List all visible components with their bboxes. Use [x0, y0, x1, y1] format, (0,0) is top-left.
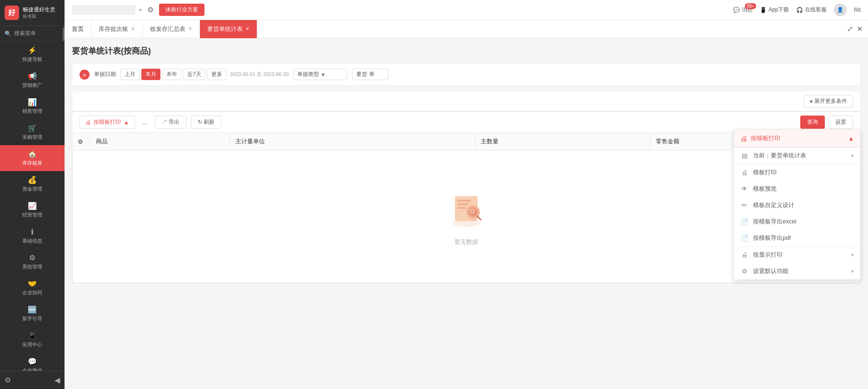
tab-collection-summary-close[interactable]: ✕	[188, 26, 192, 32]
sidebar-item-inventory[interactable]: 🏠 库存核算	[0, 145, 65, 171]
quick-nav-label: 快捷导航	[22, 56, 42, 63]
tabs-close-icon[interactable]: ✕	[857, 25, 863, 33]
dropdown-item-set-default[interactable]: ⚙ 设置默认功能 ▾	[734, 263, 860, 279]
export-btn[interactable]: ↗ 导出	[155, 116, 186, 129]
dropdown-printer-icon: 🖨	[740, 135, 747, 142]
date-btn-last-7[interactable]: 近7天	[183, 69, 205, 80]
dropdown-item-template-pdf[interactable]: 📄 按模板导出pdf	[734, 230, 860, 246]
tab-order-summary[interactable]: 要货单统计表 ✕	[200, 20, 257, 38]
date-range-display: 2023-06-01 至 2023-06-30	[230, 71, 289, 78]
dropdown-item-template-custom[interactable]: ✏ 模板自定义设计	[734, 197, 860, 213]
tab-inventory-batch[interactable]: 库存批次账 ✕	[91, 20, 143, 38]
svg-point-6	[469, 207, 478, 217]
sidebar-item-system[interactable]: ⚙ 系统管理	[0, 249, 65, 275]
dropdown-item-template-preview[interactable]: 👁 模板预览	[734, 181, 860, 197]
date-btn-last-month[interactable]: 上月	[120, 69, 140, 80]
order-type-select[interactable]: 单据类型 ▾	[293, 69, 348, 80]
finance-label: 资金管理	[22, 186, 42, 192]
topbar-gear-icon[interactable]: ⚙	[147, 5, 154, 14]
dropdown-item-display-print[interactable]: 🖨 按显示打印 ▾	[734, 247, 860, 263]
purchase-icon: 🛒	[28, 124, 37, 132]
sidebar-item-guide[interactable]: 🆕 新手引导	[0, 301, 65, 327]
date-btn-this-year[interactable]: 本年	[162, 69, 181, 80]
appstore-icon: 📱	[28, 331, 37, 340]
sidebar-item-wechat[interactable]: 💬 企业微信	[0, 353, 65, 371]
display-print-icon: 🖨	[740, 251, 748, 258]
template-print-label: 模板打印	[753, 168, 777, 177]
order-type-placeholder: 单据类型	[297, 71, 319, 78]
filter-expand-btn[interactable]: »	[80, 70, 90, 80]
print-template-btn[interactable]: 🖨 按模板打印 ▲	[80, 116, 135, 129]
topbar-breadcrumb: ▾ ⚙ 体验行业方案	[72, 4, 733, 16]
sales-label: 销售管理	[22, 108, 42, 115]
dropdown-item-template-excel[interactable]: 📄 按模板导出excel	[734, 213, 860, 230]
expand-more-btn[interactable]: ▾ 展开更多条件	[804, 95, 853, 107]
sidebar-item-quick-nav[interactable]: ⚡ 快捷导航	[0, 41, 65, 67]
sidebar-item-marketing[interactable]: 📢 营销推广	[0, 67, 65, 93]
tabs-maximize-icon[interactable]: ⤢	[847, 25, 853, 33]
sidebar-item-appstore[interactable]: 📱 应用中心	[0, 327, 65, 353]
online-service-btn[interactable]: 🎧 在线客服	[796, 6, 827, 14]
topbar-search-input[interactable]	[72, 5, 135, 15]
base-icon: ℹ	[31, 227, 34, 236]
tab-inventory-batch-close[interactable]: ✕	[131, 26, 135, 32]
set-default-icon: ⚙	[740, 268, 748, 275]
toggle-sidebar-icon[interactable]: ◀	[55, 376, 60, 384]
sidebar-item-purchase[interactable]: 🛒 采购管理	[0, 119, 65, 145]
tab-home-label: 首页	[72, 25, 84, 33]
template-custom-icon: ✏	[740, 202, 748, 209]
template-excel-icon: 📄	[740, 218, 748, 225]
sidebar-item-operations[interactable]: 📈 经营管理	[0, 197, 65, 223]
app-download-btn[interactable]: 📱 App下载	[760, 6, 789, 14]
finance-icon: 💰	[28, 176, 37, 184]
sidebar-logo: 好 畅捷通好生意 标准版	[0, 0, 65, 26]
search-menu[interactable]: 🔍 搜索菜单	[0, 26, 65, 41]
dropdown-collapse-icon[interactable]: ▲	[848, 135, 854, 142]
tab-order-summary-close[interactable]: ✕	[245, 26, 249, 32]
guide-icon: 🆕	[28, 305, 37, 314]
dropdown-item-template-print[interactable]: 🖨 模板打印	[734, 164, 860, 181]
wechat-icon: 💬	[28, 357, 37, 366]
sidebar-item-collab[interactable]: 🤝 企业协同	[0, 275, 65, 301]
settings-icon[interactable]: ⚙	[5, 376, 11, 384]
base-label: 基础信息	[22, 237, 42, 244]
col-settings[interactable]: ⚙	[72, 133, 90, 151]
current-template-label: 当前：要货单统计表	[753, 152, 806, 160]
inventory-icon: 🏠	[28, 150, 37, 158]
settings-btn[interactable]: 设置	[828, 116, 853, 129]
date-btn-this-month[interactable]: 本月	[141, 69, 160, 80]
set-default-chevron: ▾	[851, 268, 854, 274]
current-template-icon: ▤	[740, 152, 748, 159]
topbar-chevron-icon[interactable]: ▾	[139, 7, 142, 13]
operations-label: 经营管理	[22, 212, 42, 218]
appstore-label: 应用中心	[22, 341, 42, 348]
dropdown-title-text: 按模板打印	[751, 134, 780, 142]
sidebar-item-sales[interactable]: 📊 销售管理	[0, 93, 65, 119]
more-options-btn[interactable]: ...	[140, 117, 150, 127]
dropdown-title: 🖨 按模板打印	[740, 134, 780, 142]
guide-label: 新手引导	[22, 315, 42, 322]
tabs-right: ⤢ ✕	[847, 25, 868, 33]
avatar[interactable]: 👤	[834, 4, 847, 16]
sidebar-item-finance[interactable]: 💰 资金管理	[0, 171, 65, 197]
query-btn[interactable]: 查询	[800, 116, 825, 129]
sidebar-item-base[interactable]: ℹ 基础信息	[0, 223, 65, 249]
tab-home[interactable]: 首页	[65, 20, 91, 38]
dropdown-item-current[interactable]: ▤ 当前：要货单统计表 ▾	[734, 147, 860, 164]
svg-line-7	[477, 216, 481, 220]
toolbar-right: 查询 设置	[800, 116, 853, 129]
refresh-btn[interactable]: ↻ 刷新	[191, 116, 221, 129]
message-btn[interactable]: 💬 消息 99+	[733, 6, 753, 14]
wechat-label: 企业微信	[22, 367, 42, 371]
current-chevron-icon: ▾	[851, 153, 854, 159]
page-title: 要货单统计表(按商品)	[72, 45, 861, 56]
tab-collection-summary[interactable]: 收发存汇总表 ✕	[143, 20, 200, 38]
message-badge: 99+	[745, 3, 756, 9]
online-service-icon: 🎧	[796, 7, 803, 13]
order-type-chevron-icon: ▾	[322, 71, 344, 78]
collab-icon: 🤝	[28, 279, 37, 288]
trial-btn[interactable]: 体验行业方案	[159, 4, 205, 16]
app-download-label: App下载	[768, 6, 789, 14]
export-icon: ↗	[162, 119, 167, 125]
date-btn-more[interactable]: 更多	[207, 69, 226, 80]
